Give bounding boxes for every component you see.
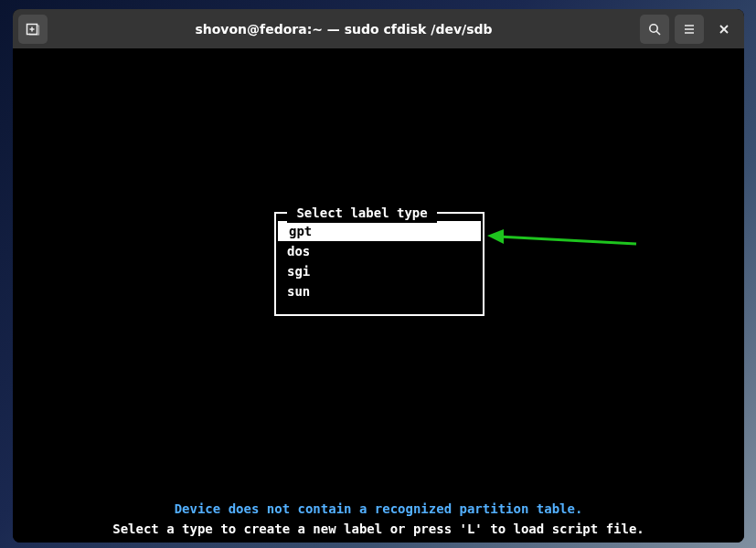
svg-point-3	[650, 24, 657, 31]
label-type-dialog: Select label type gpt dos sgi sun	[274, 212, 484, 316]
search-icon	[647, 22, 662, 37]
svg-line-4	[656, 31, 660, 35]
status-instruction: Select a type to create a new label or p…	[13, 519, 744, 539]
label-option-dos[interactable]: dos	[276, 241, 483, 261]
terminal-window: shovon@fedora:~ — sudo cfdisk /dev/sdb	[13, 9, 744, 543]
status-area: Device does not contain a recognized par…	[13, 499, 744, 539]
svg-line-10	[498, 237, 636, 244]
new-tab-button[interactable]	[18, 15, 48, 44]
search-button[interactable]	[640, 15, 669, 44]
label-option-gpt[interactable]: gpt	[278, 221, 481, 241]
status-warning: Device does not contain a recognized par…	[13, 499, 744, 519]
titlebar: shovon@fedora:~ — sudo cfdisk /dev/sdb	[13, 9, 744, 48]
terminal-content[interactable]: Select label type gpt dos sgi sun Device…	[13, 48, 744, 543]
close-icon	[717, 22, 731, 37]
close-button[interactable]	[709, 15, 739, 44]
label-option-sgi[interactable]: sgi	[276, 261, 483, 281]
window-title: shovon@fedora:~ — sudo cfdisk /dev/sdb	[53, 22, 634, 37]
label-option-sun[interactable]: sun	[276, 281, 483, 301]
hamburger-icon	[682, 22, 697, 37]
menu-button[interactable]	[675, 15, 704, 44]
dialog-title: Select label type	[287, 203, 437, 223]
annotation-arrow	[485, 224, 641, 251]
svg-marker-11	[487, 229, 504, 244]
new-tab-icon	[26, 22, 40, 37]
